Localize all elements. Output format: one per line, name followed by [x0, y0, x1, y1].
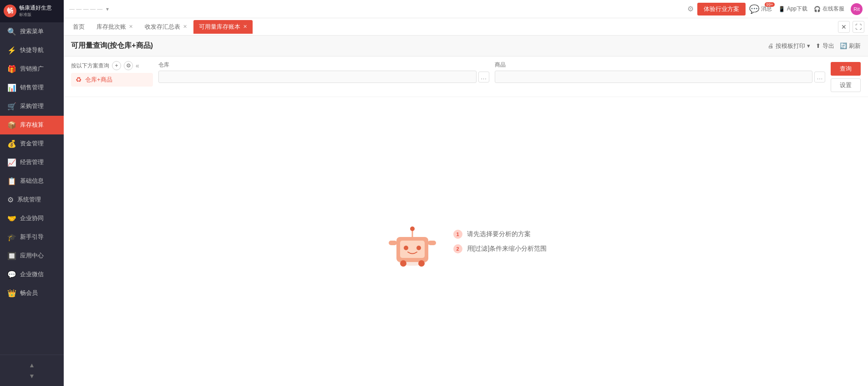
svg-rect-8: [428, 241, 436, 245]
add-scheme-btn[interactable]: +: [112, 61, 121, 70]
sidebar-footer: ▲ ▼: [0, 355, 64, 386]
scheme-item-warehouse-product[interactable]: ♻ 仓库+商品: [71, 73, 153, 87]
topbar-gear-icon[interactable]: ⚙: [687, 5, 694, 13]
marketing-icon: 🎁: [7, 65, 16, 73]
filter-product-label: 商品: [495, 61, 826, 69]
sidebar-item-finance[interactable]: 💰 资金管理: [0, 134, 64, 153]
online-service-label: 在线客服: [822, 5, 844, 13]
message-badge: 99+: [765, 2, 774, 7]
headset-icon: 🎧: [814, 6, 821, 12]
export-label: 导出: [822, 42, 834, 50]
message-action[interactable]: 💬 99+ 消息: [749, 4, 772, 14]
svg-point-9: [400, 260, 406, 267]
app-download-action[interactable]: 📱 App下载: [778, 5, 807, 13]
sidebar-item-label-search: 搜索菜单: [20, 27, 44, 36]
sidebar-item-system[interactable]: ⚙ 系统管理: [0, 190, 64, 209]
sidebar-item-app-center[interactable]: 🔲 应用中心: [0, 247, 64, 265]
tab-collection-summary-close[interactable]: ✕: [183, 24, 187, 30]
tip-num-1: 1: [453, 230, 462, 239]
filter-warehouse-more-btn[interactable]: …: [478, 72, 489, 82]
sidebar-item-purchase[interactable]: 🛒 采购管理: [0, 97, 64, 116]
scroll-up-btn[interactable]: ▲: [0, 360, 64, 371]
sidebar-item-label-operations: 经营管理: [20, 158, 44, 166]
page-header-actions: 🖨 按模板打印 ▾ ⬆ 导出 🔄 刷新: [768, 42, 861, 50]
tab-close-btn[interactable]: ✕: [838, 21, 850, 33]
empty-tip-2: 2 用[过滤]条件来缩小分析范围: [453, 244, 547, 253]
tab-batch-account[interactable]: 库存批次账 ✕: [91, 20, 138, 34]
filter-warehouse-input[interactable]: [158, 71, 477, 83]
search-icon: 🔍: [7, 27, 16, 36]
sidebar-item-operations[interactable]: 📈 经营管理: [0, 153, 64, 172]
sidebar-item-label-system: 系统管理: [17, 196, 41, 204]
avatar: Rit: [851, 3, 863, 15]
filter-fields: 仓库 … 商品 …: [158, 61, 825, 83]
empty-state: 1 请先选择要分析的方案 2 用[过滤]条件来缩小分析范围: [64, 97, 868, 386]
page-header: 可用量查询(按仓库+商品) 🖨 按模板打印 ▾ ⬆ 导出 🔄 刷新: [64, 36, 868, 57]
collapse-btn[interactable]: «: [136, 62, 139, 69]
scheme-icon: ♻: [76, 76, 81, 84]
tab-available-ledger-label: 可用量库存账本: [199, 23, 240, 31]
tab-batch-account-close[interactable]: ✕: [129, 24, 133, 30]
sidebar-item-label-quick: 快捷导航: [20, 46, 44, 54]
avatar-action[interactable]: Rit: [851, 3, 863, 15]
filter-product-group: 商品 …: [495, 61, 826, 83]
tab-collection-summary[interactable]: 收发存汇总表 ✕: [139, 20, 193, 34]
sidebar-item-basic-info[interactable]: 📋 基础信息: [0, 172, 64, 190]
sales-icon: 📊: [7, 83, 16, 92]
tab-available-ledger[interactable]: 可用量库存账本 ✕: [193, 20, 253, 34]
sidebar-item-search[interactable]: 🔍 搜索菜单: [0, 22, 64, 41]
sidebar-item-onboarding[interactable]: 🎓 新手引导: [0, 228, 64, 247]
sidebar-item-label-member: 畅会员: [20, 289, 38, 297]
topbar: — — — — — ▾ ⚙ 体验行业方案 💬 99+ 消息 📱 App下载 🎧 …: [64, 0, 868, 18]
scroll-down-btn[interactable]: ▼: [0, 371, 64, 381]
sidebar-item-marketing[interactable]: 🎁 营销推广: [0, 60, 64, 78]
app-info: 畅康通好生意 标准版: [19, 5, 52, 18]
tab-expand-btn[interactable]: ⛶: [853, 21, 864, 33]
system-icon: ⚙: [7, 196, 14, 204]
online-service-action[interactable]: 🎧 在线客服: [814, 5, 844, 13]
sidebar-item-enterprise[interactable]: 🤝 企业协同: [0, 209, 64, 228]
sidebar-item-quick-nav[interactable]: ⚡ 快捷导航: [0, 41, 64, 60]
filter-product-more-btn[interactable]: …: [814, 72, 825, 82]
tip-num-2: 2: [453, 244, 462, 253]
svg-point-6: [410, 226, 415, 231]
sidebar-item-enterprise-wechat[interactable]: 💬 企业微信: [0, 265, 64, 284]
sidebar-item-label-sales: 销售管理: [20, 83, 44, 92]
svg-point-10: [418, 260, 425, 267]
filter-warehouse-label: 仓库: [158, 61, 489, 69]
filter-scheme-header: 按以下方案查询 + ⚙ «: [71, 61, 153, 70]
scheme-settings-btn[interactable]: ⚙: [124, 61, 133, 70]
breadcrumb-chevron[interactable]: ▾: [106, 6, 109, 12]
sidebar-nav: 🔍 搜索菜单 ⚡ 快捷导航 🎁 营销推广 📊 销售管理 🛒 采购管理 📦 库存核…: [0, 22, 64, 355]
print-btn[interactable]: 🖨 按模板打印 ▾: [768, 42, 810, 50]
sidebar-item-label-wechat: 企业微信: [20, 270, 44, 278]
export-btn[interactable]: ⬆ 导出: [816, 42, 834, 50]
tab-available-ledger-close[interactable]: ✕: [243, 24, 247, 30]
sidebar-item-inventory[interactable]: 📦 库存核算: [0, 116, 64, 134]
query-button[interactable]: 查询: [831, 62, 861, 76]
print-label: 按模板打印: [776, 42, 805, 50]
sidebar-item-label-inventory: 库存核算: [20, 121, 44, 129]
tabs-right: ✕ ⛶: [838, 21, 864, 33]
enterprise-icon: 🤝: [7, 214, 16, 223]
empty-illustration: [385, 214, 440, 269]
trial-btn[interactable]: 体验行业方案: [697, 3, 746, 15]
onboarding-icon: 🎓: [7, 233, 16, 242]
tip-text-2: 用[过滤]条件来缩小分析范围: [467, 245, 547, 253]
refresh-btn[interactable]: 🔄 刷新: [840, 42, 861, 50]
tab-batch-account-label: 库存批次账: [96, 23, 126, 31]
sidebar: 畅 畅康通好生意 标准版 🔍 搜索菜单 ⚡ 快捷导航 🎁 营销推广 📊 销售管理…: [0, 0, 64, 386]
filter-product-input[interactable]: [495, 71, 813, 83]
app-center-icon: 🔲: [7, 252, 16, 260]
sidebar-item-member[interactable]: 👑 畅会员: [0, 284, 64, 303]
settings-button[interactable]: 设置: [831, 78, 861, 92]
tab-home[interactable]: 首页: [67, 20, 90, 34]
member-icon: 👑: [7, 289, 16, 298]
basic-info-icon: 📋: [7, 177, 16, 185]
page-title: 可用量查询(按仓库+商品): [71, 41, 153, 51]
phone-icon: 📱: [778, 6, 785, 12]
sidebar-item-label-app-center: 应用中心: [20, 252, 44, 260]
sidebar-item-sales[interactable]: 📊 销售管理: [0, 78, 64, 97]
svg-point-4: [416, 246, 421, 250]
app-name: 畅康通好生意: [19, 5, 52, 12]
